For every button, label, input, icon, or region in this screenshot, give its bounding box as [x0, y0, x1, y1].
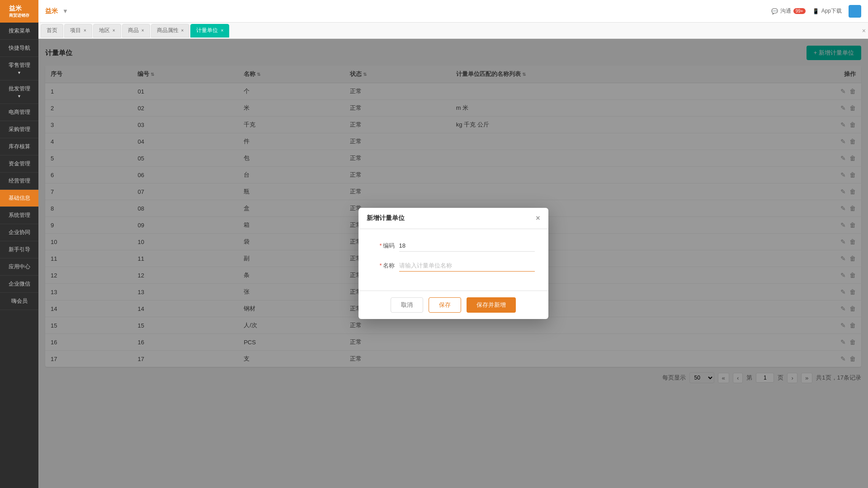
tab-region-label: 地区 — [99, 27, 110, 34]
tab-goods-label: 商品 — [128, 27, 139, 34]
sidebar-item-partnership[interactable]: 企业协同 — [0, 224, 38, 241]
tab-goods-attr[interactable]: 商品属性 × — [151, 24, 190, 38]
tab-project[interactable]: 项目 × — [64, 24, 92, 38]
header-left: 益米 ▼ — [45, 7, 68, 15]
message-button[interactable]: 💬 沟通 99+ — [771, 7, 806, 15]
tab-bar: 首页 项目 × 地区 × 商品 × 商品属性 × 计量单位 × × — [38, 23, 868, 39]
download-icon: 📱 — [812, 8, 819, 14]
sidebar-item-ecommerce[interactable]: 电商管理 — [0, 104, 38, 121]
tab-uom-label: 计量单位 — [196, 27, 218, 34]
message-badge: 99+ — [793, 8, 806, 14]
modal-overlay: 新增计量单位 × *编码 *名称 — [38, 39, 868, 488]
sidebar-item-system[interactable]: 系统管理 — [0, 207, 38, 224]
header-logo-text: 益米 — [45, 7, 58, 15]
tab-goods-attr-label: 商品属性 — [157, 27, 179, 34]
close-tab-icon[interactable]: × — [862, 27, 866, 34]
tab-uom-close[interactable]: × — [221, 28, 223, 33]
app-download-button[interactable]: 📱 App下载 — [812, 7, 842, 15]
header-right: 💬 沟通 99+ 📱 App下载 — [771, 5, 861, 18]
tab-uom[interactable]: 计量单位 × — [190, 24, 229, 38]
sidebar: 益米 商贸进销存 搜索菜单 快捷导航 零售管理 ▼ 批发管理 ▼ 电商管理 采购… — [0, 0, 38, 488]
name-input[interactable] — [399, 260, 535, 272]
message-label: 沟通 — [780, 7, 791, 15]
tab-region-close[interactable]: × — [113, 28, 115, 33]
cancel-button[interactable]: 取消 — [391, 297, 423, 313]
tab-goods-attr-close[interactable]: × — [181, 28, 184, 33]
sidebar-item-enterprise[interactable]: 企业微信 — [0, 276, 38, 293]
save-add-button[interactable]: 保存并新增 — [467, 297, 516, 313]
sidebar-item-basic[interactable]: 基础信息 — [0, 190, 38, 207]
header-dropdown-icon[interactable]: ▼ — [62, 8, 68, 14]
sidebar-item-wholesale[interactable]: 批发管理 ▼ — [0, 80, 38, 104]
code-input[interactable] — [399, 240, 535, 252]
sidebar-item-search[interactable]: 搜索菜单 — [0, 23, 38, 40]
sidebar-item-purchase[interactable]: 采购管理 — [0, 121, 38, 138]
sidebar-item-finance[interactable]: 资金管理 — [0, 155, 38, 173]
code-label: *编码 — [372, 242, 395, 250]
name-required-mark: * — [379, 262, 382, 269]
message-icon: 💬 — [771, 8, 778, 14]
tab-project-close[interactable]: × — [84, 28, 86, 33]
sidebar-item-inventory[interactable]: 库存核算 — [0, 138, 38, 155]
tab-goods-close[interactable]: × — [142, 28, 144, 33]
tab-home[interactable]: 首页 — [41, 24, 63, 38]
app-logo: 益米 商贸进销存 — [0, 0, 38, 23]
add-uom-modal: 新增计量单位 × *编码 *名称 — [359, 208, 548, 319]
content-area: 计量单位 + 新增计量单位 序号 编号⇅ 名称⇅ 状态⇅ 计量单位匹配的名称列表… — [38, 39, 868, 488]
save-button[interactable]: 保存 — [429, 297, 461, 313]
modal-close-button[interactable]: × — [536, 214, 540, 222]
tab-region[interactable]: 地区 × — [93, 24, 121, 38]
code-required-mark: * — [379, 242, 382, 249]
modal-header: 新增计量单位 × — [359, 208, 548, 229]
main-area: 益米 ▼ 💬 沟通 99+ 📱 App下载 首页 项目 × 地区 × — [38, 0, 868, 488]
sidebar-item-membership[interactable]: 嗨会员 — [0, 293, 38, 310]
modal-title: 新增计量单位 — [367, 214, 405, 222]
modal-footer: 取消 保存 保存并新增 — [359, 291, 548, 319]
top-header: 益米 ▼ 💬 沟通 99+ 📱 App下载 — [38, 0, 868, 23]
sidebar-item-operations[interactable]: 经营管理 — [0, 173, 38, 190]
name-form-row: *名称 — [372, 260, 535, 272]
code-form-row: *编码 — [372, 240, 535, 252]
sidebar-item-guide[interactable]: 新手引导 — [0, 241, 38, 258]
modal-body: *编码 *名称 — [359, 229, 548, 291]
user-avatar[interactable] — [849, 5, 861, 18]
app-download-label: App下载 — [821, 7, 842, 15]
tab-goods[interactable]: 商品 × — [122, 24, 150, 38]
sidebar-item-quicknav[interactable]: 快捷导航 — [0, 40, 38, 57]
tab-home-label: 首页 — [47, 27, 57, 34]
name-label: *名称 — [372, 262, 395, 270]
tab-project-label: 项目 — [70, 27, 81, 34]
sidebar-item-retail[interactable]: 零售管理 ▼ — [0, 57, 38, 80]
sidebar-item-appstore[interactable]: 应用中心 — [0, 258, 38, 276]
